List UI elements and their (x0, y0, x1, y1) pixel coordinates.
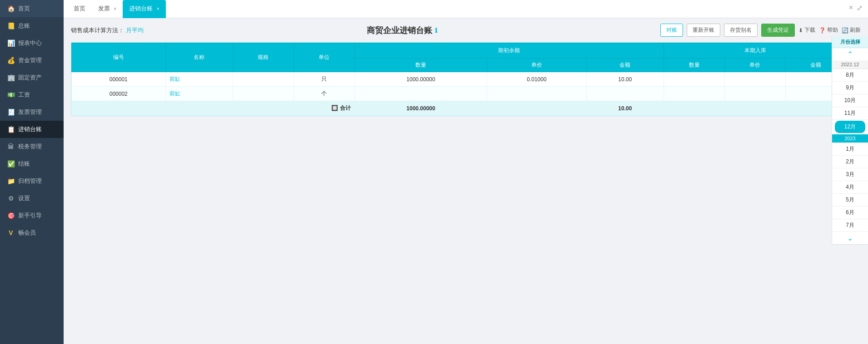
month-panel-title: 月份选择 (832, 36, 868, 48)
month-nav-down[interactable]: ⌄ (832, 232, 868, 244)
sidebar-item-label: 报表中心 (18, 39, 42, 47)
reopen-button[interactable]: 重新开账 (687, 24, 720, 37)
sidebar-item-report-center[interactable]: 📊 报表中心 (0, 34, 64, 52)
sidebar-item-label: 畅会员 (18, 229, 36, 237)
month-7[interactable]: 7月 (832, 219, 868, 232)
tab-home-label: 首页 (74, 5, 85, 13)
tab-purchase-sales-ledger-close[interactable]: × (156, 6, 159, 11)
tab-home[interactable]: 首页 (67, 0, 92, 18)
info-icon[interactable]: ℹ (435, 27, 437, 34)
report-icon: 📊 (7, 39, 15, 47)
sidebar-item-fund-management[interactable]: 💰 资金管理 (0, 52, 64, 69)
col-current-in: 本期入库 (664, 43, 847, 59)
col-period-price: 单价 (487, 59, 587, 72)
window-controls: × ⤢ (849, 4, 863, 12)
col-spec: 规格 (233, 43, 294, 72)
month-8[interactable]: 8月 (832, 69, 868, 82)
sidebar-item-tax-management[interactable]: 🏛 税务管理 (0, 138, 64, 155)
sidebar-item-label: 进销台账 (18, 125, 42, 133)
month-nav-up[interactable]: ⌃ (832, 48, 868, 60)
fixed-assets-icon: 🏢 (7, 74, 15, 81)
tab-purchase-sales-ledger-label: 进销台账 (129, 5, 153, 13)
col-period-qty: 数量 (354, 59, 487, 72)
cell-unit: 只 (294, 72, 354, 87)
sidebar-item-home[interactable]: 🏠 首页 (0, 0, 64, 17)
col-unit: 单位 (294, 43, 354, 72)
sidebar-item-label: 总账 (18, 22, 30, 30)
save-alias-button[interactable]: 存货别名 (724, 24, 758, 37)
sidebar-item-label: 发票管理 (18, 108, 42, 116)
month-1[interactable]: 1月 (832, 143, 868, 156)
cost-method: 销售成本计算方法： 月平均 (71, 26, 144, 34)
sidebar-item-purchase-sales-ledger[interactable]: 📋 进销台账 (0, 121, 64, 138)
col-name: 名称 (165, 43, 233, 72)
total-in-qty (664, 101, 725, 116)
month-11[interactable]: 11月 (832, 107, 868, 120)
month-12[interactable]: 12月 (835, 121, 865, 133)
month-panel: 月份选择 ⌃ 2022.12 8月 9月 10月 11月 12月 2023 1月… (832, 36, 868, 245)
sidebar-item-archive-management[interactable]: 📁 归档管理 (0, 172, 64, 190)
sidebar-item-checkout[interactable]: ✅ 结账 (0, 155, 64, 172)
tab-invoice-label: 发票 (98, 5, 110, 13)
sidebar-item-invoice-management[interactable]: 🧾 发票管理 (0, 103, 64, 121)
content-area: 销售成本计算方法： 月平均 商贸企业进销台账 ℹ 对账 重新开账 存货别名 生成… (64, 18, 868, 344)
cell-in-qty (664, 72, 725, 87)
sidebar-item-settings[interactable]: ⚙ 设置 (0, 190, 64, 207)
checkout-icon: ✅ (7, 160, 15, 167)
sidebar-item-vip-member[interactable]: V 畅会员 (0, 224, 64, 241)
refresh-button[interactable]: 🔄 刷新 (842, 26, 861, 34)
download-icon: ⬇ (798, 27, 803, 34)
refresh-icon: 🔄 (842, 27, 848, 34)
cell-period-amount (586, 87, 663, 101)
sidebar-item-label: 税务管理 (18, 143, 42, 151)
cell-spec (233, 87, 294, 101)
cost-method-value: 月平均 (126, 27, 144, 34)
cell-period-qty: 1000.00000 (354, 72, 487, 87)
table-row[interactable]: 000002 前缸 个 (72, 87, 860, 101)
vip-icon: V (7, 229, 15, 236)
sidebar-item-label: 固定资产 (18, 74, 42, 82)
month-2[interactable]: 2月 (832, 156, 868, 168)
month-5[interactable]: 5月 (832, 194, 868, 206)
tab-purchase-sales-ledger[interactable]: 进销台账 × (123, 0, 165, 18)
generate-voucher-button[interactable]: 生成凭证 (761, 24, 795, 37)
sidebar-item-label: 首页 (18, 5, 30, 13)
cell-name: 前缸 (165, 87, 233, 101)
cell-in-qty (664, 87, 725, 101)
close-button[interactable]: × (849, 4, 853, 12)
sidebar-item-label: 结账 (18, 160, 30, 168)
reconcile-button[interactable]: 对账 (660, 24, 683, 37)
col-period-opening: 期初余额 (354, 43, 663, 59)
month-9[interactable]: 9月 (832, 82, 868, 94)
maximize-button[interactable]: ⤢ (857, 4, 863, 12)
sidebar-item-general-ledger[interactable]: 📒 总账 (0, 17, 64, 34)
sidebar-item-label: 资金管理 (18, 56, 42, 64)
help-icon: ❓ (819, 27, 826, 34)
guide-icon: 🎯 (7, 212, 15, 219)
table-total-row: 🔲合计 1000.00000 10.00 (72, 101, 860, 116)
month-6[interactable]: 6月 (832, 206, 868, 219)
sidebar-item-fixed-assets[interactable]: 🏢 固定资产 (0, 69, 64, 86)
cell-in-price (724, 72, 785, 87)
total-period-amount: 10.00 (586, 101, 663, 116)
tab-invoice-close[interactable]: × (114, 6, 116, 11)
salary-icon: 💵 (7, 91, 15, 98)
month-10[interactable]: 10月 (832, 94, 868, 107)
sidebar-item-beginner-guide[interactable]: 🎯 新手引导 (0, 207, 64, 224)
tab-bar: 首页 发票 × 进销台账 × (64, 0, 868, 18)
month-4[interactable]: 4月 (832, 181, 868, 194)
total-label: 🔲合计 (72, 101, 355, 116)
cell-unit: 个 (294, 87, 354, 101)
total-period-qty: 1000.00000 (354, 101, 487, 116)
sidebar-item-salary[interactable]: 💵 工资 (0, 86, 64, 103)
main-area: × ⤢ 首页 发票 × 进销台账 × 销售成本计算方法： 月平均 商贸企业进销台… (64, 0, 868, 344)
year-2022-label: 2022.12 (832, 60, 868, 69)
sidebar: 🏠 首页 📒 总账 📊 报表中心 💰 资金管理 🏢 固定资产 💵 工资 🧾 发票… (0, 0, 64, 344)
content-header: 销售成本计算方法： 月平均 商贸企业进销台账 ℹ 对账 重新开账 存货别名 生成… (71, 24, 861, 37)
year-2023-marker: 2023 (832, 134, 868, 143)
tab-invoice[interactable]: 发票 × (92, 0, 123, 18)
month-3[interactable]: 3月 (832, 168, 868, 181)
download-button[interactable]: ⬇ 下载 (798, 26, 815, 34)
table-row[interactable]: 000001 前缸 只 1000.00000 0.01000 10.00 (72, 72, 860, 87)
help-button[interactable]: ❓ 帮助 (819, 26, 838, 34)
